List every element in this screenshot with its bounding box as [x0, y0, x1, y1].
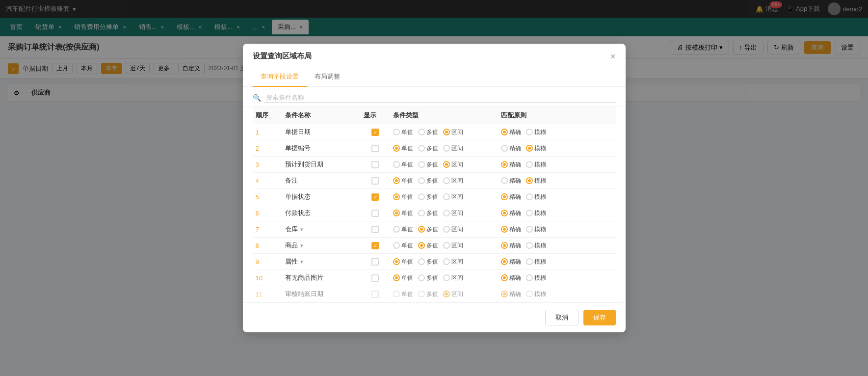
- table-row: 9 属性 ▾ 单值 多值 区间 精确 模糊: [253, 254, 616, 270]
- row-8-order: 8: [256, 242, 259, 249]
- col-name: 条件名称: [282, 111, 361, 120]
- row-1-type-multi[interactable]: 多值: [418, 128, 438, 136]
- col-type: 条件类型: [390, 111, 498, 120]
- row-1-match-exact[interactable]: 精确: [501, 128, 521, 136]
- col-match: 匹配原则: [498, 111, 596, 120]
- search-input[interactable]: [264, 93, 616, 103]
- row-8-display-checkbox[interactable]: ✓: [371, 242, 379, 249]
- row-7-order: 7: [256, 226, 259, 233]
- dialog-table: 顺序 条件名称 显示 条件类型 匹配原则 1 单据日期 ✓ 单值 多值 区间: [243, 107, 626, 275]
- table-head-row: 顺序 条件名称 显示 条件类型 匹配原则: [253, 107, 616, 124]
- row-5-name: 单据状态: [285, 192, 311, 201]
- row-9-display-checkbox[interactable]: [371, 258, 379, 266]
- table-row: 4 备注 单值 多值 区间 精确 模糊: [253, 173, 616, 189]
- row-10-display-checkbox[interactable]: [371, 274, 379, 275]
- row-6-display-checkbox[interactable]: [371, 210, 379, 217]
- row-2-type-group: 单值 多值 区间: [393, 144, 463, 153]
- table-row: 2 单据编号 单值 多值 区间 精确 模糊: [253, 140, 616, 157]
- row-10-name: 有无商品图片: [285, 273, 323, 275]
- dialog-overlay: 设置查询区域布局 × 查询字段设置 布局调整 🔍 顺序 条件名称 显示 条件类型: [0, 0, 868, 275]
- row-2-match-group: 精确 模糊: [501, 144, 546, 153]
- dialog-close-button[interactable]: ×: [610, 52, 616, 61]
- row-1-type-group: 单值 多值 区间: [393, 128, 463, 136]
- row-3-display-checkbox[interactable]: [371, 161, 379, 168]
- row-5-display-checkbox[interactable]: ✓: [371, 193, 379, 201]
- row-1-display-checkbox[interactable]: ✓: [371, 129, 379, 136]
- row-2-name: 单据编号: [285, 144, 311, 153]
- row-3-order: 3: [256, 161, 259, 168]
- dialog-search-area: 🔍: [243, 87, 626, 107]
- table-row: 1 单据日期 ✓ 单值 多值 区间 精确 模糊: [253, 124, 616, 140]
- row-1-type-range[interactable]: 区间: [443, 128, 463, 136]
- row-3-match-group: 精确 模糊: [501, 161, 546, 169]
- dialog-tab-fields[interactable]: 查询字段设置: [253, 67, 307, 87]
- table-row: 7 仓库 ▾ 单值 多值 区间 精确 模糊: [253, 221, 616, 238]
- row-2-type-multi[interactable]: 多值: [418, 144, 438, 153]
- row-5-order: 5: [256, 193, 259, 201]
- row-3-type-group: 单值 多值 区间: [393, 161, 463, 169]
- row-6-name: 付款状态: [285, 209, 311, 217]
- row-2-order: 2: [256, 145, 259, 152]
- row-2-match-fuzzy[interactable]: 模糊: [526, 144, 546, 153]
- row-1-match-group: 精确 模糊: [501, 128, 546, 136]
- table-row: 8 商品 ▾ ✓ 单值 多值 区间 精确 模糊: [253, 238, 616, 254]
- col-order: 顺序: [253, 111, 282, 120]
- search-icon: 🔍: [253, 94, 261, 102]
- row-9-order: 9: [256, 258, 259, 266]
- dialog-header: 设置查询区域布局 ×: [243, 44, 626, 67]
- row-1-match-fuzzy[interactable]: 模糊: [526, 128, 546, 136]
- dialog-tab-layout[interactable]: 布局调整: [307, 67, 348, 87]
- row-1-name: 单据日期: [285, 128, 311, 136]
- table-row: 5 单据状态 ✓ 单值 多值 区间 精确 模糊: [253, 189, 616, 205]
- row-8-name: 商品 ▾: [285, 241, 304, 250]
- row-2-match-exact[interactable]: 精确: [501, 144, 521, 153]
- col-display: 显示: [361, 111, 390, 120]
- row-4-display-checkbox[interactable]: [371, 177, 379, 185]
- row-7-name: 仓库 ▾: [285, 225, 304, 234]
- row-3-name: 预计到货日期: [285, 160, 323, 169]
- row-1-type-single[interactable]: 单值: [393, 128, 413, 136]
- row-2-type-range[interactable]: 区间: [443, 144, 463, 153]
- dialog-title: 设置查询区域布局: [253, 52, 312, 61]
- row-1-order: 1: [256, 129, 259, 136]
- row-9-name: 属性 ▾: [285, 257, 304, 266]
- row-2-type-single[interactable]: 单值: [393, 144, 413, 153]
- row-4-name: 备注: [285, 176, 298, 185]
- dialog-tabs: 查询字段设置 布局调整: [243, 67, 626, 87]
- row-10-order: 10: [256, 274, 263, 275]
- settings-dialog: 设置查询区域布局 × 查询字段设置 布局调整 🔍 顺序 条件名称 显示 条件类型: [243, 44, 626, 275]
- row-4-order: 4: [256, 177, 259, 185]
- row-2-display-checkbox[interactable]: [371, 145, 379, 152]
- table-row: 10 有无商品图片 单值 多值 区间 精确 模糊: [253, 270, 616, 275]
- row-7-display-checkbox[interactable]: [371, 226, 379, 233]
- row-6-order: 6: [256, 210, 259, 217]
- table-row: 3 预计到货日期 单值 多值 区间 精确 模糊: [253, 157, 616, 173]
- table-row: 6 付款状态 单值 多值 区间 精确 模糊: [253, 205, 616, 221]
